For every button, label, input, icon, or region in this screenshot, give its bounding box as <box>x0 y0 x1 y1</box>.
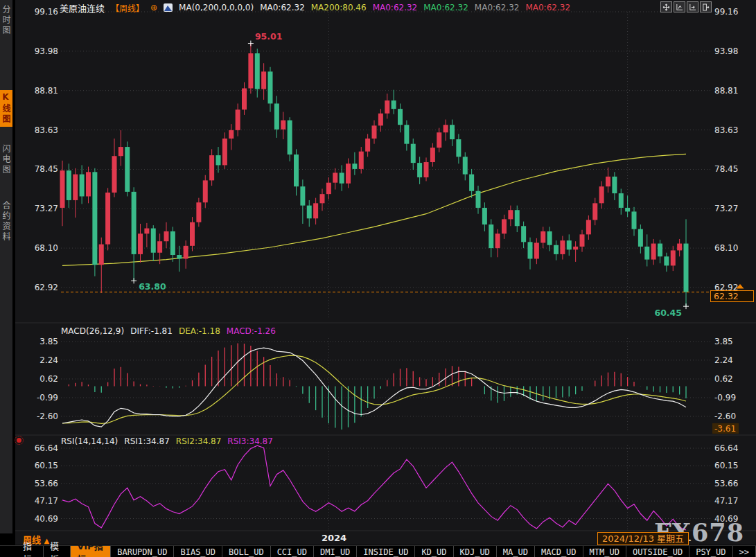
sidebar-item-4[interactable]: 合约资料 <box>0 199 12 245</box>
x-axis-year-label: 2024 <box>313 533 355 543</box>
tab-指标[interactable]: 指标 <box>17 546 44 557</box>
axis-scale-left-icon[interactable] <box>674 1 685 12</box>
ma-value-1: MA0:62.32 <box>260 3 305 12</box>
tab-VIP指标[interactable]: VIP指标 <box>71 546 111 557</box>
ma-values: MA0:62.32MA200:80.46MA0:62.32MA0:62.32MA… <box>260 3 570 12</box>
sidebar-item-1[interactable]: 分时图 <box>0 3 12 38</box>
tab-INSIDE_UD[interactable]: INSIDE_UD <box>357 546 415 557</box>
rsi-header: RSI(14,14,14) RSI1:34.87 RSI2:34.87 RSI3… <box>61 436 273 446</box>
rsi3-value: RSI3:34.87 <box>227 436 273 446</box>
trading-app-window: { "header": { "symbol": "美原油连续", "period… <box>0 0 756 557</box>
ma-value-3: MA0:62.32 <box>373 3 418 12</box>
tab-PSY_UD[interactable]: PSY_UD <box>689 546 732 557</box>
pan-tool-icon[interactable] <box>660 1 672 12</box>
tab->>[interactable]: >> <box>733 546 756 557</box>
chart-background <box>15 0 756 545</box>
alarm-icon[interactable] <box>17 438 21 443</box>
tab-BOLL_UD[interactable]: BOLL_UD <box>222 546 271 557</box>
ma-value-4: MA0:62.32 <box>423 3 468 12</box>
sidebar-rail <box>0 0 12 533</box>
tab-CCI_UD[interactable]: CCI_UD <box>271 546 314 557</box>
ma-value-5: MA0:62.32 <box>475 3 520 12</box>
indicator-tab-bar: 指标模板VIP指标BARUPDN_UDBIAS_UDBOLL_UDCCI_UDD… <box>0 545 756 557</box>
period-tag[interactable]: 【周线】 <box>111 2 144 14</box>
tab-OUTSIDE_UD[interactable]: OUTSIDE_UD <box>626 546 689 557</box>
sidebar-item-2[interactable]: K线图 <box>0 90 12 127</box>
macd-title: MACD(26,12,9) <box>61 326 124 336</box>
exit-window-icon[interactable] <box>700 1 712 12</box>
rsi-title: RSI(14,14,14) <box>61 436 118 446</box>
last-price-box: 62.32 <box>710 290 754 302</box>
rsi2-value: RSI2:34.87 <box>176 436 222 446</box>
tab-MACD_UD[interactable]: MACD_UD <box>535 546 583 557</box>
tab-MTM_UD[interactable]: MTM_UD <box>583 546 626 557</box>
macd-dea-value: DEA:-1.18 <box>179 326 220 336</box>
tab-模板[interactable]: 模板 <box>44 546 71 557</box>
rsi1-value: RSI1:34.87 <box>124 436 170 446</box>
main-chart-header: 美原油连续 【周线】 ⊕ MA(0,200,0,0,0,0) MA0:62.32… <box>60 2 570 13</box>
left-sidebar: 分时图K线图闪电图合约资料 <box>0 0 15 557</box>
circle-plus-icon[interactable]: ⊕ <box>150 3 157 12</box>
chart-toolbar <box>660 1 712 12</box>
ma-value-6: MA0:62.32 <box>525 3 570 12</box>
tab-BARUPDN_UD[interactable]: BARUPDN_UD <box>111 546 174 557</box>
cursor-date-box: 2024/12/13 星期五 <box>597 532 689 545</box>
tab-KD_UD[interactable]: KD_UD <box>415 546 453 557</box>
macd-header: MACD(26,12,9) DIFF:-1.81 DEA:-1.18 MACD:… <box>61 326 276 336</box>
tab-BIAS_UD[interactable]: BIAS_UD <box>174 546 222 557</box>
macd-diff-value: DIFF:-1.81 <box>130 326 173 336</box>
macd-value: MACD:-1.26 <box>227 326 276 336</box>
ma-formula: MA(0,200,0,0,0,0) <box>179 3 254 12</box>
axis-scale-right-icon[interactable] <box>687 1 698 12</box>
ma-value-2: MA200:80.46 <box>311 3 367 12</box>
tab-DMI_UD[interactable]: DMI_UD <box>314 546 357 557</box>
tab-KDJ_UD[interactable]: KDJ_UD <box>454 546 497 557</box>
sidebar-item-3[interactable]: 闪电图 <box>0 142 12 177</box>
tab-MA_UD[interactable]: MA_UD <box>497 546 535 557</box>
symbol-title: 美原油连续 <box>60 1 105 15</box>
period-up-arrow-icon: ▲ <box>44 537 50 545</box>
chart-type-icon[interactable] <box>164 3 173 12</box>
